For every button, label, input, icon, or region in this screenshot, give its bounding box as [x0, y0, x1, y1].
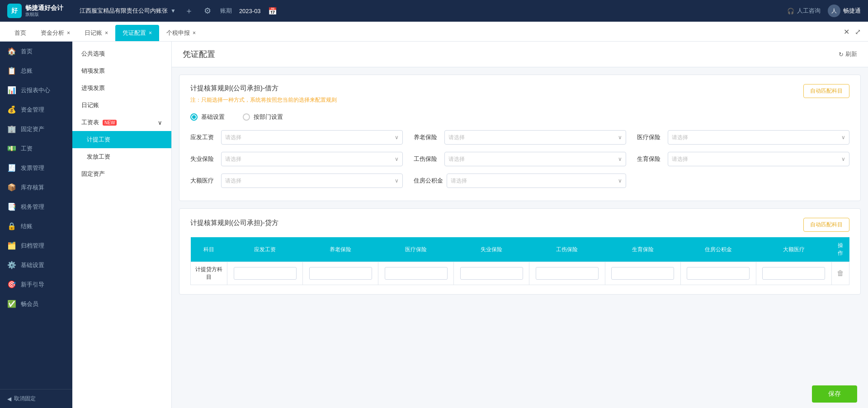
cancel-pin-button[interactable]: ◀ 取消固定 [0, 389, 72, 408]
radio-department[interactable]: 按部门设置 [243, 113, 283, 121]
expand-icon[interactable]: ⤢ [855, 27, 861, 36]
tab-journal[interactable]: 日记账 × [77, 25, 115, 41]
cell-yiliao[interactable] [378, 262, 454, 285]
input-gongjijin[interactable] [687, 267, 750, 280]
sidebar-item-close[interactable]: 🔒 结账 [0, 216, 72, 236]
auto-match-debit-button[interactable]: 自动匹配科目 [803, 84, 849, 98]
input-yingfa[interactable] [234, 267, 297, 280]
radio-unchecked-icon [243, 113, 250, 121]
left-nav-journal[interactable]: 日记账 [72, 97, 171, 114]
sidebar-label-ledger: 总账 [21, 67, 33, 75]
radio-basic[interactable]: 基础设置 [190, 113, 225, 121]
sidebar-item-guide[interactable]: 🎯 新手引导 [0, 275, 72, 294]
tab-voucher-config[interactable]: 凭证配置 × [115, 25, 159, 41]
tab-funds[interactable]: 资金分析 × [33, 25, 77, 41]
select-yanglao[interactable]: 请选择 ∨ [444, 130, 626, 145]
assets-icon: 🏢 [7, 125, 16, 133]
sidebar-item-home[interactable]: 🏠 首页 [0, 42, 72, 61]
cell-yingfa[interactable] [227, 262, 303, 285]
refresh-button[interactable]: ↻ 刷新 [839, 50, 857, 58]
close-window-icon[interactable]: ✕ [844, 27, 849, 36]
input-yanglao[interactable] [309, 267, 372, 280]
sidebar-item-member[interactable]: ✅ 畅会员 [0, 294, 72, 314]
sidebar-label-funds: 资金管理 [21, 106, 44, 114]
settings-button[interactable]: ⚙ [202, 4, 213, 18]
tab-home[interactable]: 首页 [7, 25, 33, 41]
left-nav-sales-invoice[interactable]: 销项发票 [72, 62, 171, 80]
new-badge: NEW [103, 120, 117, 126]
close-icon[interactable]: × [149, 30, 152, 36]
select-yiliao[interactable]: 请选择 ∨ [668, 130, 849, 145]
calendar-icon[interactable]: 📅 [268, 7, 277, 15]
user-name: 畅捷通 [843, 7, 861, 15]
save-button[interactable]: 保存 [812, 385, 857, 403]
input-shengyu[interactable] [611, 267, 674, 280]
cell-shiye[interactable] [454, 262, 529, 285]
credit-section-title: 计提核算规则(公司承担)-贷方 [190, 219, 278, 227]
sidebar-item-tax[interactable]: 📑 税务管理 [0, 197, 72, 216]
chevron-down-icon: ∨ [158, 119, 162, 126]
select-shiye[interactable]: 请选择 ∨ [221, 152, 403, 166]
cell-gongshang[interactable] [529, 262, 605, 285]
sidebar: 🏠 首页 📋 总账 📊 云报表中心 💰 资金管理 🏢 固定资产 💵 工资 🧾 发… [0, 42, 72, 408]
select-gongjijin[interactable]: 请选择 ∨ [447, 174, 626, 188]
left-nav-fixed-assets[interactable]: 固定资产 [72, 165, 171, 183]
add-button[interactable]: ＋ [183, 4, 195, 18]
left-nav-accrual-salary[interactable]: 计提工资 [72, 131, 171, 148]
company-name: 江西服宝精品有限责任公司内账张 [80, 7, 168, 15]
select-arrow-icon: ∨ [395, 134, 399, 141]
label-shiye: 失业保险 [190, 155, 217, 163]
left-nav: 公共选项 销项发票 进项发票 日记账 工资表 NEW ∨ 计提工资 [72, 42, 172, 408]
logo-text-block: 畅捷通好会计 旗舰版 [25, 4, 63, 18]
select-daeyiliao[interactable]: 请选择 ∨ [221, 174, 403, 188]
company-selector[interactable]: 江西服宝精品有限责任公司内账张 ▼ [80, 7, 176, 15]
support-button[interactable]: 🎧 人工咨询 [787, 7, 821, 15]
notice-text: 注：只能选择一种方式，系统将按照您当前的选择来配置规则 [190, 96, 337, 104]
sidebar-item-settings[interactable]: ⚙️ 基础设置 [0, 255, 72, 275]
sidebar-item-funds[interactable]: 💰 资金管理 [0, 100, 72, 119]
field-yingfa-wages: 应发工资 请选择 ∨ [190, 130, 403, 145]
sidebar-item-salary[interactable]: 💵 工资 [0, 139, 72, 158]
sidebar-item-assets[interactable]: 🏢 固定资产 [0, 119, 72, 139]
sidebar-item-reports[interactable]: 📊 云报表中心 [0, 80, 72, 100]
close-icon[interactable]: × [193, 30, 196, 36]
select-arrow-icon: ∨ [395, 156, 399, 162]
user-area[interactable]: 人 畅捷通 [828, 5, 861, 17]
input-gongshang[interactable] [536, 267, 599, 280]
label-yiliao: 医疗保险 [637, 133, 664, 141]
input-yiliao[interactable] [385, 267, 448, 280]
cell-yanglao[interactable] [303, 262, 378, 285]
page-title: 凭证配置 [183, 49, 215, 60]
auto-match-credit-button[interactable]: 自动匹配科目 [803, 218, 849, 232]
delete-icon[interactable]: 🗑 [837, 269, 844, 277]
chevron-down-icon: ▼ [170, 8, 176, 14]
left-nav-public[interactable]: 公共选项 [72, 45, 171, 62]
cell-gongjijin[interactable] [680, 262, 756, 285]
left-nav-pay-salary[interactable]: 发放工资 [72, 148, 171, 165]
sidebar-item-invoice[interactable]: 🧾 发票管理 [0, 158, 72, 178]
input-daeyiliao[interactable] [762, 267, 825, 280]
reports-icon: 📊 [7, 86, 16, 94]
sidebar-item-ledger[interactable]: 📋 总账 [0, 61, 72, 80]
close-icon[interactable]: × [67, 30, 70, 36]
sidebar-item-inventory[interactable]: 📦 库存核算 [0, 178, 72, 197]
sidebar-label-home: 首页 [21, 47, 33, 56]
sidebar-label-guide: 新手引导 [21, 281, 44, 289]
sidebar-label-close: 结账 [21, 222, 33, 230]
left-nav-purchase-invoice[interactable]: 进项发票 [72, 80, 171, 97]
home-icon: 🏠 [7, 47, 16, 56]
select-shengyu[interactable]: 请选择 ∨ [668, 152, 849, 166]
inventory-icon: 📦 [7, 183, 16, 192]
close-icon[interactable]: × [105, 30, 108, 36]
sidebar-item-archive[interactable]: 🗂️ 归档管理 [0, 236, 72, 255]
cell-delete[interactable]: 🗑 [831, 262, 849, 285]
select-yingfa[interactable]: 请选择 ∨ [221, 130, 403, 145]
cell-daeyiliao[interactable] [756, 262, 831, 285]
select-gongshang[interactable]: 请选择 ∨ [444, 152, 626, 166]
radio-group: 基础设置 按部门设置 [190, 113, 849, 121]
cell-shengyu[interactable] [605, 262, 680, 285]
debit-section: 计提核算规则(公司承担)-借方 注：只能选择一种方式，系统将按照您当前的选择来配… [179, 75, 861, 201]
input-shiye[interactable] [460, 267, 523, 280]
tab-tax[interactable]: 个税申报 × [159, 25, 203, 41]
left-nav-payroll-table[interactable]: 工资表 NEW ∨ [72, 114, 171, 131]
